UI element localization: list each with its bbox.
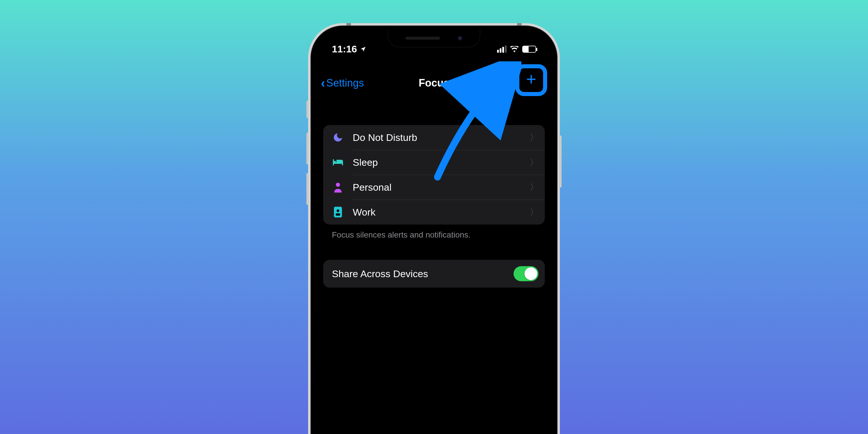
status-time: 11:16 <box>332 43 357 55</box>
add-focus-highlight <box>515 64 547 96</box>
speaker <box>405 37 440 40</box>
notch <box>388 30 480 48</box>
focus-mode-row[interactable]: Personal〉 <box>323 175 545 199</box>
toggle-knob <box>525 267 537 280</box>
phone-frame: 11:16 ‹ Settings Focus <box>308 23 560 434</box>
chevron-right-icon: 〉 <box>530 132 538 144</box>
cellular-signal-icon <box>497 45 507 53</box>
svg-rect-3 <box>336 214 340 216</box>
focus-mode-row[interactable]: Sleep〉 <box>323 150 545 175</box>
battery-icon <box>522 46 536 53</box>
back-label: Settings <box>327 77 364 89</box>
focus-mode-label: Work <box>353 207 521 218</box>
chevron-right-icon: 〉 <box>530 157 538 168</box>
antenna-band <box>517 23 522 26</box>
page-title: Focus <box>418 77 450 89</box>
focus-mode-label: Do Not Disturb <box>353 132 521 143</box>
location-icon <box>360 43 366 55</box>
chevron-right-icon: 〉 <box>530 181 538 193</box>
volume-down-button <box>306 173 309 205</box>
back-button[interactable]: ‹ Settings <box>321 77 364 89</box>
phone-screen: 11:16 ‹ Settings Focus <box>314 30 554 434</box>
share-label: Share Across Devices <box>332 268 505 279</box>
focus-mode-label: Sleep <box>353 157 521 168</box>
share-across-devices-row[interactable]: Share Across Devices <box>323 260 545 288</box>
mute-switch <box>306 101 309 118</box>
share-group: Share Across Devices <box>323 260 545 288</box>
front-camera <box>458 36 463 41</box>
badge-icon <box>332 206 344 218</box>
bed-icon <box>332 156 344 168</box>
chevron-right-icon: 〉 <box>530 206 538 218</box>
share-toggle[interactable] <box>514 266 538 281</box>
focus-mode-label: Personal <box>353 182 521 193</box>
focus-modes-list: Do Not Disturb〉Sleep〉Personal〉Work〉 <box>323 125 545 224</box>
footer-text: Focus silences alerts and notifications. <box>323 224 545 240</box>
power-button <box>559 135 562 187</box>
plus-icon <box>525 73 537 86</box>
antenna-band <box>346 23 351 26</box>
navigation-bar: ‹ Settings Focus <box>314 58 554 107</box>
wifi-icon <box>510 43 519 55</box>
person-icon <box>332 181 344 193</box>
svg-point-2 <box>337 210 339 212</box>
add-focus-button[interactable] <box>525 72 537 88</box>
focus-mode-row[interactable]: Work〉 <box>323 199 545 224</box>
focus-mode-row[interactable]: Do Not Disturb〉 <box>323 125 545 150</box>
chevron-left-icon: ‹ <box>321 77 325 89</box>
svg-point-0 <box>336 183 340 187</box>
moon-icon <box>332 131 344 144</box>
volume-up-button <box>306 132 309 164</box>
